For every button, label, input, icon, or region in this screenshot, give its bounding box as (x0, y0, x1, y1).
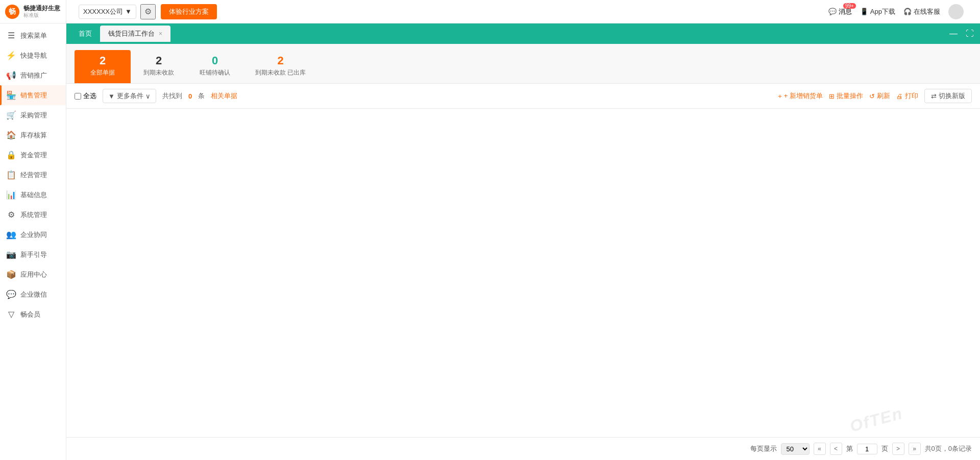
print-label: 打印 (905, 91, 918, 101)
chevron-down-icon: ▼ (125, 8, 132, 15)
sidebar-label-quick-nav: 快捷导航 (20, 51, 47, 60)
sidebar-item-purchase[interactable]: 🛒采购管理 (0, 105, 66, 125)
filter-icon: ▼ (108, 92, 115, 100)
sidebar-item-search-menu[interactable]: ☰搜索菜单 (0, 26, 66, 45)
add-sales-order-button[interactable]: + + 新增销货单 (778, 91, 823, 101)
avatar[interactable] (948, 4, 964, 19)
sidebar-item-app-center[interactable]: 📦应用中心 (0, 264, 66, 284)
app-download-button[interactable]: 📱 App下载 (860, 7, 895, 16)
sidebar-label-inventory: 库存核算 (20, 131, 47, 140)
sidebar-label-member: 畅会员 (20, 310, 40, 319)
sidebar-item-inventory[interactable]: 🏠库存核算 (0, 125, 66, 145)
search-menu-icon: ☰ (6, 31, 16, 40)
online-service-button[interactable]: 🎧 在线客服 (903, 7, 940, 16)
sidebar-label-guide: 新手引导 (20, 250, 47, 259)
sidebar-item-system[interactable]: ⚙系统管理 (0, 205, 66, 225)
tab-label-all-orders: 全部单据 (90, 68, 115, 77)
sidebar-item-guide[interactable]: 📷新手引导 (0, 245, 66, 264)
sidebar-label-basic-info: 基础信息 (20, 190, 47, 200)
batch-operation-button[interactable]: ⊞ 批量操作 (829, 91, 863, 101)
header-right: 💬 消息 99+ 📱 App下载 🎧 在线客服 (828, 4, 972, 19)
sidebar-item-marketing[interactable]: 📢营销推广 (0, 65, 66, 85)
enterprise-icon: 👥 (6, 230, 16, 239)
logo-sub: 标准版 (23, 12, 60, 18)
per-page-select[interactable]: 50 100 200 (781, 443, 810, 455)
prev-page-button[interactable]: < (830, 443, 842, 455)
sidebar-item-enterprise[interactable]: 👥企业协同 (0, 225, 66, 245)
sidebar-item-member[interactable]: ▽畅会员 (0, 304, 66, 324)
content-area: 2全部单据2到期未收款0旺铺待确认2到期未收款 已出库 全选 ▼ 更多条件 ∨ … (66, 44, 980, 460)
page-unit: 页 (881, 444, 888, 453)
app-label: App下载 (870, 7, 895, 16)
switch-label: 切换新版 (939, 91, 965, 101)
marketing-icon: 📢 (6, 70, 16, 80)
next-page-button[interactable]: > (892, 443, 904, 455)
per-page-label: 每页显示 (750, 444, 777, 453)
work-wechat-icon: 💬 (6, 289, 16, 299)
message-icon: 💬 (828, 8, 837, 15)
basic-info-icon: 📊 (6, 190, 16, 200)
related-link[interactable]: 相关单据 (211, 91, 237, 101)
sidebar-item-sales[interactable]: 🏪销售管理 (0, 85, 66, 105)
settings-button[interactable]: ⚙ (140, 4, 156, 19)
sidebar: 畅 畅捷通好生意 标准版 ☰搜索菜单⚡快捷导航📢营销推广🏪销售管理🛒采购管理🏠库… (0, 0, 66, 460)
sidebar-item-work-wechat[interactable]: 💬企业微信 (0, 284, 66, 304)
tab-home[interactable]: 首页 (70, 26, 100, 42)
sidebar-label-operations: 经营管理 (20, 171, 47, 180)
toolbar-right: + + 新增销货单 ⊞ 批量操作 ↺ 刷新 🖨 打印 ⇄ 切换新版 (778, 89, 972, 103)
top-header: XXXXXX公司 ▼ ⚙ 体验行业方案 💬 消息 99+ 📱 App下载 🎧 在… (66, 0, 980, 23)
main-content: 2全部单据2到期未收款0旺铺待确认2到期未收款 已出库 全选 ▼ 更多条件 ∨ … (66, 44, 980, 460)
print-button[interactable]: 🖨 打印 (896, 91, 918, 101)
found-unit: 条 (198, 91, 205, 101)
filter-button[interactable]: ▼ 更多条件 ∨ (103, 89, 156, 103)
sidebar-label-search-menu: 搜索菜单 (20, 31, 47, 40)
tab-qhrq[interactable]: 钱货日清工作台 × (100, 26, 170, 42)
add-label: + 新增销货单 (784, 91, 823, 101)
select-all-checkbox[interactable]: 全选 (75, 91, 96, 101)
select-all-label: 全选 (83, 91, 96, 101)
logo-main: 畅捷通好生意 (23, 5, 60, 12)
add-icon: + (778, 92, 782, 100)
tab-count-overdue-shipped: 2 (278, 54, 284, 67)
status-tab-overdue-uncollected[interactable]: 2到期未收款 (131, 50, 187, 83)
first-page-button[interactable]: « (814, 443, 826, 455)
member-icon: ▽ (6, 309, 16, 319)
batch-icon: ⊞ (829, 92, 835, 100)
tab-label-overdue-uncollected: 到期未收款 (143, 68, 174, 77)
tab-label-wangpu-pending: 旺铺待确认 (200, 68, 230, 77)
window-minimize-button[interactable]: — (947, 27, 960, 40)
finance-icon: 🔒 (6, 150, 16, 160)
refresh-button[interactable]: ↺ 刷新 (869, 91, 890, 101)
last-page-button[interactable]: » (909, 443, 921, 455)
tab-count-all-orders: 2 (100, 54, 106, 67)
message-button[interactable]: 💬 消息 99+ (828, 7, 852, 16)
refresh-label: 刷新 (877, 91, 890, 101)
tab-home-label: 首页 (79, 29, 92, 38)
status-tab-wangpu-pending[interactable]: 0旺铺待确认 (187, 50, 243, 83)
app-center-icon: 📦 (6, 270, 16, 279)
sidebar-item-quick-nav[interactable]: ⚡快捷导航 (0, 45, 66, 65)
sidebar-logo: 畅 畅捷通好生意 标准版 (0, 0, 66, 23)
status-tab-all-orders[interactable]: 2全部单据 (75, 50, 131, 83)
page-input[interactable] (857, 444, 877, 454)
tab-qhrq-label: 钱货日清工作台 (108, 29, 155, 38)
status-tab-overdue-shipped[interactable]: 2到期未收款 已出库 (243, 50, 318, 83)
sidebar-label-system: 系统管理 (20, 210, 47, 220)
select-all-input[interactable] (75, 93, 81, 100)
sidebar-item-finance[interactable]: 🔒资金管理 (0, 145, 66, 165)
operations-icon: 📋 (6, 170, 16, 180)
tab-close-icon[interactable]: × (159, 30, 162, 37)
sidebar-item-basic-info[interactable]: 📊基础信息 (0, 185, 66, 205)
experience-button[interactable]: 体验行业方案 (161, 4, 217, 19)
window-maximize-button[interactable]: ⛶ (964, 27, 976, 40)
toolbar: 全选 ▼ 更多条件 ∨ 共找到 0 条 相关单据 + + 新增销货单 ⊞ 批量操… (66, 84, 980, 109)
switch-version-button[interactable]: ⇄ 切换新版 (924, 89, 972, 103)
batch-label: 批量操作 (837, 91, 863, 101)
company-selector[interactable]: XXXXXX公司 ▼ (79, 5, 136, 19)
tab-count-wangpu-pending: 0 (212, 54, 218, 67)
sidebar-label-app-center: 应用中心 (20, 270, 47, 279)
sidebar-item-operations[interactable]: 📋经营管理 (0, 165, 66, 185)
filter-chevron: ∨ (145, 92, 151, 100)
tab-count-overdue-uncollected: 2 (156, 54, 162, 67)
logo-icon: 畅 (5, 5, 19, 19)
